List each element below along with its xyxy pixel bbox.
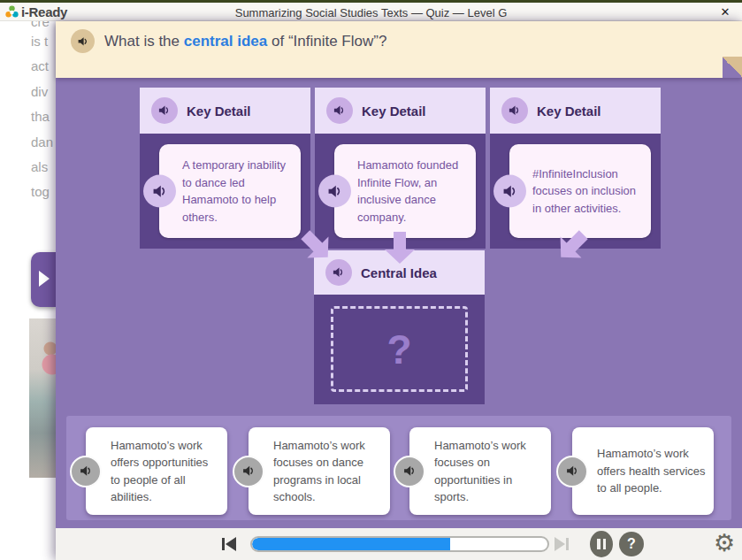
background-article: cre is t act div tha dan als tog — [0, 21, 56, 560]
key-detail-audio-button[interactable] — [151, 97, 178, 124]
key-detail-text: Hamamoto founded Infinite Flow, an inclu… — [357, 157, 469, 226]
article-text-fragment: dan — [31, 134, 53, 150]
quiz-overlay: What is the central idea of “Infinite Fl… — [56, 21, 742, 560]
key-detail-audio-button[interactable] — [501, 97, 528, 124]
key-detail-header: Key Detail — [490, 88, 661, 134]
central-idea-label: Central Idea — [361, 265, 437, 280]
key-detail-card: Hamamoto founded Infinite Flow, an inclu… — [334, 144, 476, 238]
answer-option-2[interactable]: Hamamoto’s work focuses on dance program… — [249, 427, 390, 515]
article-text-fragment: cre — [31, 21, 50, 29]
settings-gear-icon[interactable]: ⚙ — [711, 529, 738, 557]
key-detail-audio-button[interactable] — [326, 97, 353, 124]
key-detail-text: A temporary inability to dance led Hamam… — [182, 157, 294, 226]
central-idea-body: ? — [314, 295, 485, 404]
speaker-icon — [150, 181, 169, 200]
play-arrow-icon — [39, 271, 50, 287]
article-text-fragment: div — [31, 84, 48, 99]
key-detail-label: Key Detail — [362, 104, 426, 119]
article-text-fragment: is t — [31, 34, 48, 49]
answer-option-text: Hamamoto’s work focuses on dance program… — [273, 437, 383, 506]
key-detail-header: Key Detail — [140, 88, 310, 134]
speaker-icon — [76, 35, 90, 49]
central-idea-drop-zone[interactable]: ? — [331, 306, 468, 392]
pause-button[interactable] — [590, 531, 613, 557]
key-detail-label: Key Detail — [187, 104, 251, 119]
key-detail-card: A temporary inability to dance led Hamam… — [159, 144, 301, 238]
panel-expand-tab[interactable] — [31, 252, 56, 307]
drop-zone-placeholder: ? — [386, 326, 411, 373]
answer-option-text: Hamamoto’s work offers health services t… — [597, 445, 707, 497]
question-audio-button[interactable] — [71, 29, 95, 53]
central-idea-audio-button[interactable] — [325, 259, 352, 286]
answer-option-audio-button[interactable] — [394, 456, 425, 487]
page-fold-corner — [723, 57, 742, 78]
skip-back-button[interactable] — [222, 537, 238, 551]
speaker-icon — [157, 103, 172, 118]
answer-options-tray: Hamamoto’s work offers opportunities to … — [66, 416, 731, 520]
window-title: Summarizing Social Studies Texts — Quiz … — [0, 6, 742, 19]
key-detail-card-audio-button[interactable] — [318, 175, 351, 208]
skip-forward-icon — [555, 537, 565, 551]
answer-option-audio-button[interactable] — [70, 456, 102, 487]
article-text-fragment: tha — [31, 109, 50, 124]
article-photo — [29, 318, 56, 478]
speaker-icon — [241, 463, 257, 479]
article-text-fragment: als — [31, 159, 48, 174]
window-titlebar: i-Ready Summarizing Social Studies Texts… — [0, 3, 742, 21]
answer-option-3[interactable]: Hamamoto’s work focuses on opportunities… — [409, 427, 551, 515]
answer-option-1[interactable]: Hamamoto’s work offers opportunities to … — [86, 427, 227, 515]
key-detail-column-2: Key Detail Hamamoto founded Infinite Flo… — [315, 88, 486, 249]
key-detail-text: #InfiniteInclusion focuses on inclusion … — [532, 165, 644, 218]
article-text-fragment: act — [31, 58, 49, 73]
speaker-icon — [402, 463, 418, 479]
pause-icon — [597, 539, 600, 549]
speaker-icon — [332, 103, 347, 118]
flow-arrow-middle-icon — [385, 232, 415, 264]
speaker-icon — [501, 181, 519, 200]
speaker-icon — [78, 463, 95, 479]
question-text: What is the central idea of “Infinite Fl… — [104, 33, 386, 50]
speaker-icon — [564, 463, 581, 479]
answer-option-text: Hamamoto’s work focuses on opportunities… — [434, 437, 544, 506]
skip-forward-button[interactable] — [555, 537, 570, 551]
progress-bar[interactable] — [250, 536, 549, 552]
speaker-icon — [325, 181, 344, 200]
key-detail-card: #InfiniteInclusion focuses on inclusion … — [509, 144, 651, 238]
key-detail-label: Key Detail — [537, 104, 601, 119]
key-detail-body: A temporary inability to dance led Hamam… — [140, 134, 310, 249]
help-button[interactable]: ? — [619, 532, 644, 556]
question-prefix: What is the — [104, 33, 184, 50]
key-detail-column-3: Key Detail #InfiniteInclusion focuses on… — [490, 88, 661, 249]
answer-option-text: Hamamoto’s work offers opportunities to … — [111, 437, 220, 506]
close-icon[interactable]: ✕ — [717, 4, 733, 20]
progress-fill — [252, 538, 450, 550]
player-control-bar: ? ⚙ — [56, 528, 742, 560]
answer-option-4[interactable]: Hamamoto’s work offers health services t… — [572, 427, 714, 515]
key-detail-card-audio-button[interactable] — [143, 175, 176, 208]
key-detail-card-audio-button[interactable] — [493, 175, 526, 208]
speaker-icon — [331, 265, 346, 280]
question-keyword: central idea — [184, 33, 268, 50]
answer-option-audio-button[interactable] — [556, 456, 588, 487]
article-text-fragment: tog — [31, 184, 50, 199]
answer-option-audio-button[interactable] — [233, 456, 264, 487]
graphic-organizer: Key Detail A temporary inability to danc… — [56, 78, 742, 528]
skip-back-icon — [222, 538, 225, 550]
question-bar: What is the central idea of “Infinite Fl… — [56, 21, 742, 78]
speaker-icon — [507, 103, 522, 118]
key-detail-header: Key Detail — [315, 88, 486, 134]
key-detail-column-1: Key Detail A temporary inability to danc… — [140, 88, 310, 249]
question-suffix: of “Infinite Flow”? — [267, 33, 386, 50]
